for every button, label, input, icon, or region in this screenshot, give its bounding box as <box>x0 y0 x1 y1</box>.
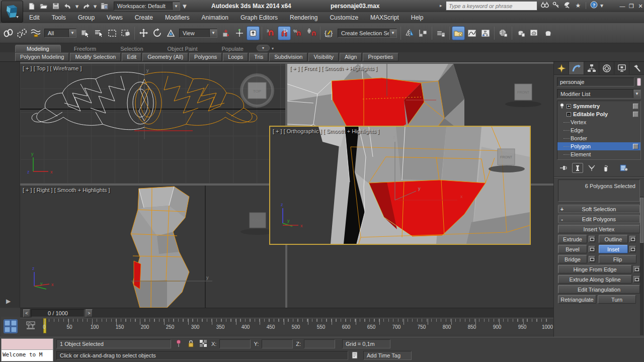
absolute-offset-toggle[interactable] <box>198 339 208 348</box>
graphite-ribbon-toggle[interactable] <box>452 26 465 40</box>
viewport-top-label[interactable]: [ + ] [ Top ] [ Wireframe ] <box>23 65 82 71</box>
use-pivot-point-button[interactable] <box>219 26 232 40</box>
viewport-right-label[interactable]: [ + ] [ Right ] [ Smooth + Highlights ] <box>23 187 110 193</box>
pin-stack-button[interactable] <box>558 163 569 173</box>
tab-motion[interactable] <box>599 62 614 74</box>
tab-modify[interactable] <box>569 62 584 74</box>
save-file-button[interactable] <box>50 1 61 11</box>
redo-dropdown-arrow[interactable]: ▾ <box>93 1 98 11</box>
undo-button[interactable] <box>62 1 73 11</box>
soft-selection-rollout[interactable]: + Soft Selection <box>558 205 640 213</box>
render-production-button[interactable] <box>541 26 554 40</box>
viewport-orthographic[interactable]: [ + ] [ Orthographic ] [ Smooth + Highli… <box>269 126 531 245</box>
stack-item-label[interactable]: Symmetry <box>573 103 600 109</box>
ribbon-panel-loops[interactable]: Loops <box>223 53 248 61</box>
curve-editor-button[interactable] <box>465 26 478 40</box>
modifier-list-dropdown[interactable]: Modifier List ▼ <box>557 89 641 99</box>
viewport-right-canvas[interactable]: y RIGHT z y x <box>20 186 285 308</box>
ribbon-tab-populate[interactable]: Populate <box>210 45 254 52</box>
viewport-front-label[interactable]: [ + ] [ Front ] [ Smooth + Highlights ] <box>290 65 377 71</box>
stack-subitem-vertex[interactable]: Vertex <box>557 118 640 126</box>
project-folder-button[interactable] <box>99 1 110 11</box>
outline-button[interactable]: Outline <box>599 235 628 243</box>
select-by-name-button[interactable] <box>92 26 105 40</box>
extrude-spline-settings-button[interactable] <box>633 276 640 283</box>
search-binoculars-icon[interactable] <box>539 2 550 10</box>
bevel-settings-button[interactable] <box>589 246 595 252</box>
extrude-button[interactable]: Extrude <box>558 235 587 243</box>
open-file-button[interactable] <box>38 1 49 11</box>
mirror-button[interactable] <box>403 26 416 40</box>
viewport-top[interactable]: [ + ] [ Top ] [ Wireframe ] y <box>20 64 285 184</box>
collapse-editable-poly-box[interactable]: - <box>567 112 571 117</box>
spinner-snap-toggle-button[interactable] <box>305 26 318 40</box>
isolate-selection-toggle[interactable] <box>174 339 183 348</box>
bevel-button[interactable]: Bevel <box>558 245 587 253</box>
align-button[interactable] <box>417 26 430 40</box>
y-coord-field[interactable] <box>262 339 293 348</box>
menu-create[interactable]: Create <box>129 12 159 23</box>
percent-snap-toggle-button[interactable]: % <box>291 26 304 40</box>
modifier-list-arrow[interactable]: ▼ <box>633 89 640 98</box>
modifier-bulb-icon[interactable] <box>559 103 565 109</box>
tab-hierarchy[interactable] <box>584 62 599 74</box>
infocenter-search[interactable] <box>446 1 537 11</box>
edit-polygons-collapse[interactable]: - <box>558 216 566 222</box>
unlink-selection-button[interactable] <box>16 26 29 40</box>
angle-snap-toggle-button[interactable] <box>278 26 291 40</box>
extrude-along-spline-button[interactable]: Extrude Along Spline <box>558 275 632 284</box>
ribbon-panel-edit[interactable]: Edit <box>122 53 141 61</box>
select-and-manipulate-button[interactable] <box>233 26 246 40</box>
editable-poly-toggle-box[interactable] <box>633 112 638 117</box>
track-bar[interactable]: 050 100150 200250 300350 400450 500550 6… <box>20 318 553 334</box>
ribbon-panel-tris[interactable]: Tris <box>249 53 268 61</box>
ribbon-tab-freeform[interactable]: Freeform <box>63 45 108 52</box>
infocenter-collapse-arrow[interactable]: ▸ <box>440 3 442 8</box>
remove-modifier-button[interactable] <box>600 163 611 173</box>
edit-named-selection-sets-button[interactable]: {}ABC <box>323 26 336 40</box>
workspace-flyout-arrow[interactable]: ▼ <box>181 1 188 11</box>
symmetry-toggle-box[interactable] <box>633 104 638 109</box>
workspace-dropdown-arrow[interactable]: ▼ <box>172 2 180 10</box>
undo-dropdown-arrow[interactable]: ▾ <box>74 1 79 11</box>
menu-animation[interactable]: Animation <box>196 12 234 23</box>
inset-button[interactable]: Inset <box>599 245 628 253</box>
stack-subitem-label[interactable]: Vertex <box>571 119 586 125</box>
stack-item-label[interactable]: Editable Poly <box>573 111 608 117</box>
viewcube-top[interactable]: TOP <box>242 75 273 106</box>
edit-triangulation-button[interactable]: Edit Triangulation <box>558 285 640 294</box>
ribbon-minimize-button[interactable]: ▼ <box>257 45 270 51</box>
add-time-tag-field[interactable]: Add Time Tag <box>363 351 412 360</box>
menu-maxscript[interactable]: MAXScript <box>364 12 405 23</box>
tab-display[interactable] <box>614 62 629 74</box>
viewport-orthographic-canvas[interactable]: z y x FRONT z y x <box>270 127 530 244</box>
object-name-field[interactable] <box>557 77 634 86</box>
listener-output-line[interactable]: Welcome to M <box>2 350 53 361</box>
coordinate-system-dropdown[interactable]: View ▼ <box>179 29 217 38</box>
material-editor-button[interactable] <box>514 26 527 40</box>
render-setup-button[interactable] <box>497 26 510 40</box>
rendered-frame-window-button[interactable] <box>528 26 541 40</box>
search-input[interactable] <box>446 3 537 9</box>
time-slider-value[interactable]: 0 / 1000 <box>31 309 85 317</box>
flip-button[interactable]: Flip <box>599 255 636 263</box>
selection-filter-arrow[interactable]: ▼ <box>68 29 76 37</box>
insert-vertex-button[interactable]: Insert Vertex <box>558 225 640 233</box>
named-selection-set-arrow[interactable]: ▼ <box>389 29 396 37</box>
viewport-right[interactable]: [ + ] [ Right ] [ Smooth + Highlights ] <box>20 186 285 308</box>
command-panel-scrollbar[interactable] <box>640 197 643 335</box>
communication-center-icon[interactable] <box>561 2 573 10</box>
retriangulate-button[interactable]: Retriangulate <box>558 295 596 304</box>
edit-polygons-rollout[interactable]: - Edit Polygons <box>558 215 640 223</box>
configure-modifier-sets-button[interactable] <box>618 163 629 173</box>
ribbon-panel-polygons[interactable]: Polygons <box>189 53 222 61</box>
modifier-stack[interactable]: + Symmetry - Editable Poly Vertex Edge B… <box>557 101 641 160</box>
subscription-key-icon[interactable] <box>550 2 561 10</box>
z-coord-field[interactable] <box>304 339 335 348</box>
tab-utilities[interactable] <box>629 62 644 74</box>
menu-tools[interactable]: Tools <box>46 12 72 23</box>
menu-graph-editors[interactable]: Graph Editors <box>234 12 284 23</box>
coordinate-system-arrow[interactable]: ▼ <box>209 29 217 37</box>
stack-subitem-label[interactable]: Polygon <box>571 143 591 149</box>
scene-explorer-expand-arrow[interactable]: ▶ <box>6 298 11 305</box>
